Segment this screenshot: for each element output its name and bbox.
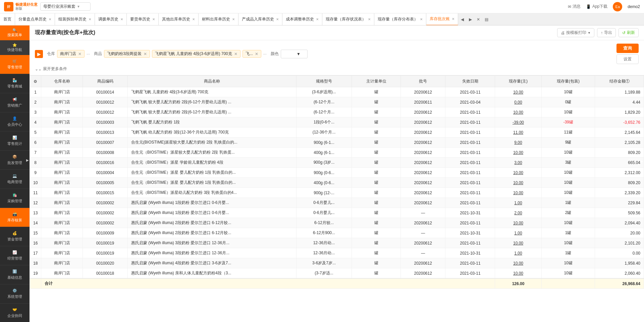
- row-spec: 6-12月较...: [296, 218, 352, 228]
- row-qty-main[interactable]: 10.00: [495, 268, 541, 279]
- row-qty-main[interactable]: 10.00: [495, 168, 541, 178]
- close-icon[interactable]: ✕: [368, 17, 371, 21]
- close-icon[interactable]: ✕: [316, 17, 319, 21]
- row-qty-main[interactable]: 10.00: [495, 148, 541, 158]
- close-icon[interactable]: ✕: [152, 17, 155, 21]
- tab-prev-btn[interactable]: ◀: [458, 13, 466, 25]
- row-expire: 2021-10-31: [445, 208, 495, 218]
- row-unit: 罐: [352, 158, 400, 168]
- tab-tiao-bo[interactable]: 调拨单历史 ✕: [95, 13, 127, 25]
- sidebar-item-enterprise[interactable]: 🤝 企业协同: [0, 304, 30, 322]
- row-qty-main[interactable]: -39.00: [495, 117, 541, 127]
- sidebar-item-retail-stat[interactable]: 📊 零售统计: [0, 131, 30, 151]
- page-header: 现存量查询(按仓库+批次) 🖨 按模板打印 ▼ ↑ 导出 ↺ 刷新: [30, 25, 644, 40]
- row-name: 合生元（BIOSTIME）派星较大婴儿配方奶粉 2段 乳铁蛋...: [127, 148, 296, 158]
- query-button[interactable]: 查询: [616, 44, 639, 53]
- row-qty-main[interactable]: 9.00: [495, 138, 541, 148]
- remove-goods-tag-3-btn[interactable]: ✕: [255, 52, 258, 56]
- refresh-button[interactable]: ↺ 刷新: [619, 28, 639, 37]
- tab-home[interactable]: 首页: [0, 13, 15, 25]
- row-qty-main[interactable]: 3.00: [495, 158, 541, 168]
- sidebar-item-quick[interactable]: ⭐ 快捷导航: [0, 40, 30, 55]
- col-settings[interactable]: ⚙: [30, 76, 41, 87]
- tab-material-out[interactable]: 材料出库单历史 ✕: [199, 13, 238, 25]
- sidebar-item-ecommerce[interactable]: 💻 电商管理: [0, 170, 30, 189]
- row-qty-main[interactable]: 2.00: [495, 208, 541, 218]
- sidebar-item-finance[interactable]: 💰 资金管理: [0, 227, 30, 246]
- row-qty-main[interactable]: 1.00: [495, 228, 541, 238]
- chevron-down-icon: ⌄⌄: [35, 67, 42, 71]
- tab-zu-chai[interactable]: 组装拆卸单历史 ✕: [55, 13, 95, 25]
- table-row: 17 南岸门店 00100019 惠氏启蒙 (Wyeth illuma) 3段奶…: [30, 248, 644, 258]
- close-icon[interactable]: ✕: [192, 17, 195, 21]
- row-amount: 20.00: [595, 228, 644, 238]
- close-icon[interactable]: ✕: [49, 17, 51, 21]
- row-qty-main[interactable]: 10.00: [495, 218, 541, 228]
- row-qty-main[interactable]: 10.00: [495, 107, 541, 117]
- template-print-button[interactable]: 🖨 按模板打印 ▼: [557, 28, 594, 37]
- user-avatar[interactable]: Ea: [613, 2, 622, 11]
- row-qty-main[interactable]: 11.00: [495, 127, 541, 138]
- sidebar: 🔍 搜索英单 ⭐ 快捷导航 🛒 零售管理 ▶ 🏪 零售商城 📢 营销推广 👤 会…: [0, 25, 30, 322]
- settings-button[interactable]: 设置: [616, 54, 639, 64]
- sidebar-item-system[interactable]: ⚙️ 系统管理: [0, 284, 30, 304]
- tab-cost-adj[interactable]: 成本调整单历史 ✕: [282, 13, 322, 25]
- close-icon[interactable]: ✕: [120, 17, 123, 21]
- close-icon[interactable]: ✕: [420, 17, 423, 21]
- row-qty-main[interactable]: 1.00: [495, 248, 541, 258]
- sidebar-item-operations[interactable]: 📈 经营管理: [0, 246, 30, 265]
- sidebar-item-basic[interactable]: ℹ️ 基础信息: [0, 265, 30, 284]
- tab-menu-btn[interactable]: ▤: [482, 13, 490, 25]
- user-name[interactable]: demo2: [628, 4, 640, 9]
- row-no: 6: [30, 138, 41, 148]
- row-qty-pkg: 10罐: [541, 238, 595, 248]
- tab-batch-account[interactable]: 库存批次账 ✕: [426, 13, 458, 25]
- tab-yao-huo[interactable]: 要货单历史 ✕: [127, 13, 159, 25]
- sidebar-item-search[interactable]: 🔍 搜索英单: [0, 25, 30, 40]
- warehouse-more-btn[interactable]: ···: [87, 52, 90, 56]
- color-dropdown[interactable]: ▼: [281, 50, 308, 58]
- sidebar-item-marketing[interactable]: 📢 营销推广: [0, 93, 30, 112]
- expand-arrow-btn[interactable]: ▶: [35, 50, 43, 58]
- tab-product-in[interactable]: 产成品入库单历史 ✕: [238, 13, 282, 25]
- row-qty-pkg: 10罐: [541, 188, 595, 198]
- message-icon: ✉: [568, 4, 571, 9]
- tab-current-status[interactable]: 现存量（库存状况表） ✕: [322, 13, 374, 25]
- sidebar-item-retail[interactable]: 🛒 零售管理 ▶: [0, 55, 30, 74]
- tab-next-btn[interactable]: ▶: [466, 13, 474, 25]
- row-qty-main[interactable]: 10.00: [495, 188, 541, 198]
- tab-current-dist[interactable]: 现存量（库存分布表） ✕: [374, 13, 426, 25]
- tab-fen-pan[interactable]: 分量盘点单历史 ✕: [15, 13, 55, 25]
- close-icon[interactable]: ✕: [452, 17, 454, 21]
- remove-warehouse-btn[interactable]: ✕: [78, 52, 82, 56]
- row-qty-main[interactable]: 10.00: [495, 258, 541, 268]
- message-btn[interactable]: ✉ 消息: [568, 4, 581, 9]
- close-icon[interactable]: ✕: [276, 17, 279, 21]
- table-row: 3 南岸门店 00100012 飞鹤飞帆 较大婴儿配方奶粉 2段(6-12个月婴…: [30, 107, 644, 117]
- row-qty-main[interactable]: 10.00: [495, 178, 541, 188]
- industry-selector[interactable]: 母婴行业演示账套 ▼: [40, 2, 91, 11]
- close-icon[interactable]: ✕: [89, 17, 91, 21]
- mall-icon: 🏪: [12, 78, 17, 83]
- row-qty-main[interactable]: 10.00: [495, 238, 541, 248]
- goods-more-btn[interactable]: ···: [263, 52, 267, 56]
- table-container: ⚙ 仓库名称 商品编码 商品名称 规格型号 主计量单位 批号 失效日期 现存量(…: [30, 75, 644, 322]
- close-icon[interactable]: ✕: [232, 17, 235, 21]
- sidebar-item-inventory[interactable]: 🗃️ 库存核算: [0, 208, 30, 227]
- sidebar-item-purchase[interactable]: 🛍️ 采购管理: [0, 189, 30, 208]
- tab-close-btn[interactable]: ✕: [474, 13, 482, 25]
- remove-goods-tag-1-btn[interactable]: ✕: [144, 52, 147, 56]
- row-qty-main[interactable]: 10.00: [495, 87, 541, 97]
- app-download-btn[interactable]: 📱 App下载: [586, 4, 607, 9]
- remove-goods-tag-2-btn[interactable]: ✕: [234, 52, 237, 56]
- row-expire: 2021-03-11: [445, 238, 495, 248]
- tab-other-out[interactable]: 其他出库单历史 ✕: [159, 13, 199, 25]
- sidebar-item-wholesale[interactable]: 📦 批发管理 ▶: [0, 151, 30, 170]
- row-qty-main[interactable]: 1.00: [495, 198, 541, 208]
- sidebar-item-retail-mall[interactable]: 🏪 零售商城: [0, 74, 30, 93]
- row-expire: 2021-10-31: [445, 228, 495, 238]
- expand-more-btn[interactable]: ⌄⌄ 展开更多条件: [35, 66, 639, 72]
- sidebar-item-member[interactable]: 👤 会员中心: [0, 112, 30, 131]
- row-qty-main[interactable]: 0.00: [495, 97, 541, 107]
- export-button[interactable]: ↑ 导出: [597, 28, 616, 37]
